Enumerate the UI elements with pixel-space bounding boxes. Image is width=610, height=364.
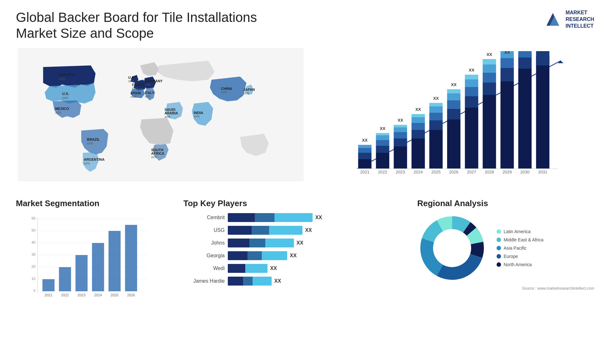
player-row-usg: USG XX xyxy=(183,226,404,235)
legend-dot xyxy=(497,262,501,267)
logo-line1: MARKET xyxy=(566,10,594,16)
legend-dot xyxy=(497,238,501,242)
legend-label: Latin America xyxy=(504,229,531,234)
top-section: CANADA xx% U.S. xx% MEXICO xx% BRAZIL xx… xyxy=(16,48,594,189)
svg-rect-82 xyxy=(465,75,478,79)
svg-text:MEXICO: MEXICO xyxy=(55,107,69,111)
bar-light xyxy=(245,264,268,273)
svg-rect-89 xyxy=(483,59,496,64)
svg-text:CANADA: CANADA xyxy=(59,73,74,77)
svg-rect-100 xyxy=(518,51,532,57)
regional-title: Regional Analysis xyxy=(417,199,594,208)
player-row-wedi: Wedi XX xyxy=(183,264,404,273)
svg-point-142 xyxy=(435,231,470,266)
svg-rect-37 xyxy=(358,159,372,169)
logo-line3: INTELLECT xyxy=(566,23,594,30)
legend-item-mea: Middle East & Africa xyxy=(497,237,543,242)
svg-text:INDIA: INDIA xyxy=(194,111,203,115)
svg-text:30: 30 xyxy=(31,253,35,256)
svg-rect-125 xyxy=(59,267,71,291)
svg-rect-87 xyxy=(483,73,496,83)
bar-mid xyxy=(243,277,253,286)
legend-label: North America xyxy=(504,262,532,267)
player-bar xyxy=(228,213,313,222)
player-bar xyxy=(228,251,287,260)
svg-text:XX: XX xyxy=(469,68,475,72)
svg-rect-58 xyxy=(412,130,425,138)
svg-rect-61 xyxy=(412,114,425,117)
player-bar-container: XX xyxy=(228,277,281,286)
svg-text:xx%: xx% xyxy=(145,95,151,98)
legend-dot xyxy=(497,254,501,259)
svg-text:10: 10 xyxy=(31,277,35,280)
player-bar-container: XX xyxy=(228,264,277,273)
svg-text:2031: 2031 xyxy=(538,170,547,174)
svg-text:xx%: xx% xyxy=(132,87,138,90)
svg-text:XX: XX xyxy=(433,96,439,101)
bar-chart-container: XX 2021 XX 2022 XX 2023 xyxy=(318,48,594,189)
svg-text:2023: 2023 xyxy=(396,170,405,174)
svg-rect-81 xyxy=(465,79,478,87)
logo-container: MARKET RESEARCH INTELLECT xyxy=(543,10,594,29)
svg-text:ARGENTINA: ARGENTINA xyxy=(84,158,105,161)
svg-text:2028: 2028 xyxy=(485,170,494,174)
svg-rect-64 xyxy=(430,130,443,169)
page-container: Global Backer Board for Tile Installatio… xyxy=(0,0,610,364)
svg-rect-72 xyxy=(447,109,461,119)
legend-item-asia-pacific: Asia Pacific xyxy=(497,246,543,251)
header: Global Backer Board for Tile Installatio… xyxy=(16,10,594,42)
donut-area: Latin America Middle East & Africa Asia … xyxy=(417,213,594,283)
svg-rect-133 xyxy=(125,225,137,291)
svg-text:2024: 2024 xyxy=(414,170,423,174)
svg-rect-46 xyxy=(376,135,390,140)
svg-text:xx%: xx% xyxy=(55,111,61,114)
bottom-section: Market Segmentation 60 50 40 30 20 10 0 xyxy=(16,199,594,303)
svg-rect-54 xyxy=(394,125,407,127)
player-bar-container: XX xyxy=(228,251,296,260)
svg-text:XX: XX xyxy=(398,118,403,123)
bar-mid xyxy=(247,251,262,260)
svg-text:2021: 2021 xyxy=(360,170,369,174)
legend-dot xyxy=(497,229,501,234)
legend-item-latin-america: Latin America xyxy=(497,229,543,234)
svg-text:xx%: xx% xyxy=(145,83,151,86)
svg-rect-88 xyxy=(483,64,496,73)
svg-text:U.K.: U.K. xyxy=(128,76,135,79)
svg-rect-123 xyxy=(43,279,55,291)
page-title: Global Backer Board for Tile Installatio… xyxy=(16,10,270,42)
player-bar xyxy=(228,277,272,286)
player-row-cembrit: Cembrit XX xyxy=(183,213,404,222)
svg-text:2024: 2024 xyxy=(94,293,102,297)
players-chart: Cembrit XX USG xyxy=(183,213,404,286)
legend-item-europe: Europe xyxy=(497,254,543,259)
key-players-title: Top Key Players xyxy=(183,199,404,208)
player-row-johns: Johns XX xyxy=(183,239,404,247)
svg-rect-52 xyxy=(394,132,407,138)
svg-rect-44 xyxy=(376,146,390,153)
player-value: XX xyxy=(290,253,296,259)
svg-text:SPAIN: SPAIN xyxy=(131,91,141,95)
player-name: USG xyxy=(183,227,225,233)
bar-dark xyxy=(228,251,247,260)
player-bar-container: XX xyxy=(228,239,303,247)
svg-text:0: 0 xyxy=(33,289,35,293)
segmentation-container: Market Segmentation 60 50 40 30 20 10 0 xyxy=(16,199,171,303)
bar-light xyxy=(262,251,287,260)
bar-light xyxy=(274,213,313,222)
svg-rect-45 xyxy=(376,140,390,146)
svg-text:40: 40 xyxy=(31,240,35,244)
player-name: Cembrit xyxy=(183,215,225,220)
svg-rect-79 xyxy=(465,96,478,108)
map-container: CANADA xx% U.S. xx% MEXICO xx% BRAZIL xx… xyxy=(16,48,305,189)
logo-text: MARKET RESEARCH INTELLECT xyxy=(566,10,594,29)
svg-rect-40 xyxy=(358,145,372,148)
svg-text:20: 20 xyxy=(31,265,35,268)
svg-rect-57 xyxy=(412,138,425,169)
player-bar xyxy=(228,239,294,247)
svg-text:BRAZIL: BRAZIL xyxy=(87,138,100,141)
svg-rect-92 xyxy=(501,81,514,169)
svg-rect-47 xyxy=(376,133,390,135)
svg-text:xx%: xx% xyxy=(221,91,227,94)
svg-text:2027: 2027 xyxy=(467,170,476,174)
legend-item-north-america: North America xyxy=(497,262,543,267)
